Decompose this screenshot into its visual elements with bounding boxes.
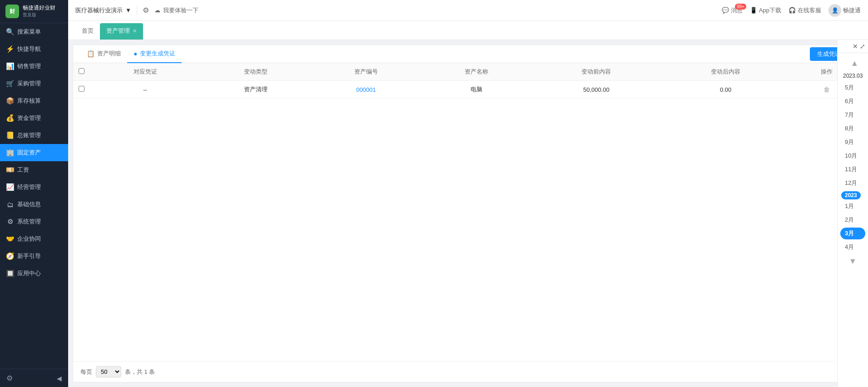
select-all-checkbox[interactable] [79,68,84,74]
tab-home[interactable]: 首页 [75,23,100,40]
sidebar-label-inventory: 库存核算 [17,97,41,105]
subtab-change-voucher[interactable]: ● 变更生成凭证 [127,45,182,63]
inventory-icon: 📦 [6,97,14,104]
sidebar-item-guide[interactable]: 🧭 新手引导 [0,248,68,265]
calendar-current-year-row: 2023 [838,190,868,199]
username: 畅捷通 [843,6,861,15]
message-icon: 💬 [722,7,729,14]
calendar-month-11[interactable]: 11月 [838,163,868,176]
sidebar-item-inventory[interactable]: 📦 库存核算 [0,92,68,109]
total-label: 条，共 1 条 [125,368,155,376]
table-row: -- 资产清理 000001 电脑 50,000.00 0.00 🗑 [73,81,863,99]
user-menu[interactable]: 👤 畅捷通 [828,4,861,17]
topbar-divider [137,6,137,15]
calendar-month-7[interactable]: 7月 [838,108,868,122]
sidebar-label-guide: 新手引导 [17,252,41,260]
calendar-month-6[interactable]: 6月 [838,94,868,108]
calendar-down-btn[interactable]: ▼ [847,255,859,268]
sidebar-item-basic-info[interactable]: 🗂 基础信息 [0,196,68,213]
sidebar-label-ledger: 总账管理 [17,131,41,139]
topbar: 医疗器械行业演示 ▼ ⚙ ☁ 我要体验一下 💬 消息 99+ 📱 App下载 🎧… [68,0,868,21]
row-checkbox-cell [73,81,90,99]
sidebar-item-purchase[interactable]: 🛒 采购管理 [0,75,68,92]
company-dropdown-icon: ▼ [125,7,131,14]
app-center-icon: 🔲 [6,270,14,277]
col-voucher: 对应凭证 [90,63,200,81]
sidebar-item-sys-mgmt[interactable]: ⚙ 系统管理 [0,213,68,230]
subtab-asset-detail[interactable]: 📋 资产明细 [80,45,127,63]
calendar-month-8[interactable]: 8月 [838,122,868,135]
calendar-month-10[interactable]: 10月 [838,149,868,163]
tab-home-label: 首页 [82,27,94,35]
calendar-header: ✕ ⤢ [838,40,868,53]
calendar-up-btn[interactable]: ▲ [849,57,861,70]
service-label: 在线客服 [798,6,821,15]
sidebar-label-quick-nav: 快捷导航 [17,45,41,53]
tab-asset-mgmt-label: 资产管理 [106,27,130,35]
experience-cloud-icon: ☁ [154,7,160,14]
sidebar-label-operations: 经营管理 [17,183,41,191]
sidebar-item-fixed-assets[interactable]: 🏢 固定资产 [0,144,68,161]
experience-button[interactable]: ☁ 我要体验一下 [154,6,198,15]
row-before-change: 50,000.00 [532,81,661,99]
sidebar-item-payroll[interactable]: 💴 工资 [0,161,68,179]
calendar-month-9[interactable]: 9月 [838,135,868,149]
tab-close-icon[interactable]: ✕ [133,28,137,34]
tabbar: 首页 资产管理 ✕ [68,21,868,40]
sidebar-collapse-icon[interactable]: ◀ [57,375,62,382]
sidebar-item-sales[interactable]: 📊 销售管理 [0,58,68,75]
sidebar-label-sys-mgmt: 系统管理 [17,218,41,226]
sidebar-label-enterprise: 企业协同 [17,235,41,243]
row-after-change: 0.00 [661,81,790,99]
content-panel: 📋 资产明细 ● 变更生成凭证 生成凭证 ▼ [73,45,863,382]
sidebar-logo: 财 畅捷通好业财 普及版 [0,0,68,23]
col-after-change: 变动后内容 [661,63,790,81]
sales-icon: 📊 [6,63,14,70]
settings-button[interactable]: ⚙ [143,6,149,15]
subtab-change-voucher-label: 变更生成凭证 [140,50,175,58]
sidebar-item-search[interactable]: 🔍 搜索菜单 [0,23,68,40]
col-before-change: 变动前内容 [532,63,661,81]
per-page-label: 每页 [80,368,92,376]
table-footer: 每页 50 10 20 100 条，共 1 条 [73,361,863,382]
avatar: 👤 [828,4,841,17]
service-button[interactable]: 🎧 在线客服 [789,6,821,15]
calendar-close-button[interactable]: ✕ [853,43,858,50]
calendar-month-12[interactable]: 12月 [838,176,868,190]
calendar-month-1[interactable]: 1月 [838,199,868,213]
row-asset-no: 000001 [311,81,421,99]
calendar-expand-button[interactable]: ⤢ [860,43,865,50]
sidebar-item-funds[interactable]: 💰 资金管理 [0,109,68,127]
sidebar-label-basic-info: 基础信息 [17,200,41,208]
calendar-month-4[interactable]: 4月 [838,240,868,254]
company-selector[interactable]: 医疗器械行业演示 ▼ [75,6,131,15]
sidebar-item-operations[interactable]: 📈 经营管理 [0,179,68,196]
app-download-icon: 📱 [750,7,757,14]
app-name: 畅捷通好业财 [23,5,55,12]
calendar-month-3-current[interactable]: 3月 [840,228,865,239]
delete-icon[interactable]: 🗑 [823,86,830,93]
topbar-right: 💬 消息 99+ 📱 App下载 🎧 在线客服 👤 畅捷通 [722,4,861,17]
asset-table: 对应凭证 变动类型 资产编号 资产名称 变动前内容 变动后内容 操作 [73,63,863,99]
app-download-button[interactable]: 📱 App下载 [750,6,781,15]
sidebar-item-quick-nav[interactable]: ⚡ 快捷导航 [0,40,68,58]
sidebar-item-enterprise[interactable]: 🤝 企业协同 [0,230,68,248]
table-wrap: 对应凭证 变动类型 资产编号 资产名称 变动前内容 变动后内容 操作 [73,63,863,361]
sidebar-label-app-center: 应用中心 [17,269,41,278]
sidebar-nav: 🔍 搜索菜单 ⚡ 快捷导航 📊 销售管理 🛒 采购管理 📦 库存核算 💰 资金管… [0,23,68,369]
sidebar-item-ledger[interactable]: 📒 总账管理 [0,127,68,144]
calendar-month-5[interactable]: 5月 [838,81,868,94]
row-checkbox[interactable] [79,86,84,92]
sidebar-item-app-center[interactable]: 🔲 应用中心 [0,265,68,282]
message-button[interactable]: 💬 消息 99+ [722,6,743,15]
sidebar-settings-icon[interactable]: ⚙ [6,374,13,382]
calendar-month-2[interactable]: 2月 [838,213,868,227]
company-name: 医疗器械行业演示 [75,6,123,15]
tab-asset-mgmt[interactable]: 资产管理 ✕ [100,23,143,40]
quick-nav-icon: ⚡ [6,45,14,53]
enterprise-icon: 🤝 [6,235,14,243]
funds-icon: 💰 [6,114,14,122]
basic-info-icon: 🗂 [6,201,14,208]
asset-detail-icon: 📋 [87,50,94,57]
per-page-select[interactable]: 50 10 20 100 [96,366,121,377]
